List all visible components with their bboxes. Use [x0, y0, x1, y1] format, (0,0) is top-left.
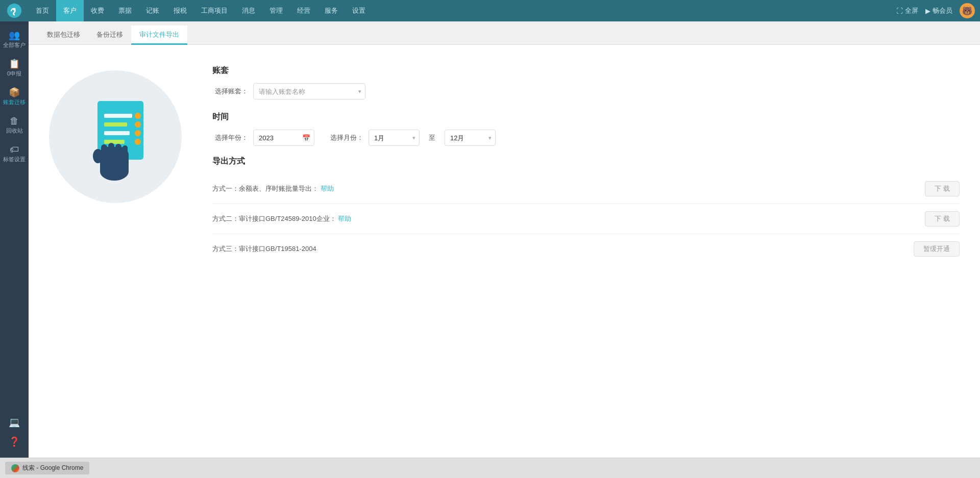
account-label: 选择账套：: [212, 87, 248, 96]
account-select-wrapper: 请输入账套名称 ▾: [253, 83, 365, 99]
nav-fee[interactable]: 收费: [84, 0, 111, 21]
sidebar-item-help[interactable]: ❓: [7, 432, 22, 451]
svg-rect-16: [115, 144, 121, 154]
export-section-title: 导出方式: [212, 156, 960, 167]
top-navigation: 首页 客户 收费 票据 记账 报税 工商项目 消息 管理 经营 服务 设置 ⛶ …: [0, 0, 980, 21]
nav-invoice[interactable]: 票据: [111, 0, 139, 21]
nav-settings[interactable]: 设置: [345, 0, 373, 21]
year-input[interactable]: [253, 130, 314, 146]
month-end-select[interactable]: 1月2月3月4月 5月6月7月8月 9月10月11月 12月: [445, 130, 496, 146]
time-row: 选择年份： 📅 选择月份： 1月2月3月4月 5月6月7月8月 9月10月11月…: [212, 130, 960, 146]
audit-illustration: [69, 86, 161, 188]
tab-bar: 数据包迁移 备份迁移 审计文件导出: [29, 21, 980, 45]
method-1-text: 方式一：余额表、序时账批量导出： 帮助: [212, 184, 334, 193]
method-2-help-link[interactable]: 帮助: [338, 215, 351, 222]
method-1-download-button[interactable]: 下 载: [925, 181, 960, 196]
nav-tax[interactable]: 报税: [166, 0, 194, 21]
sidebar-label-tags: 标签设置: [3, 156, 26, 163]
illustration-circle: [49, 70, 182, 203]
export-method-2: 方式二：审计接口GB/T24589-2010企业： 帮助 下 载: [212, 204, 960, 234]
method-2-text: 方式二：审计接口GB/T24589-2010企业： 帮助: [212, 214, 351, 223]
svg-point-1: [13, 8, 16, 11]
account-select[interactable]: 请输入账套名称: [253, 83, 365, 99]
month-start-wrapper: 1月2月3月4月 5月6月7月8月 9月10月11月12月 ▾: [369, 130, 420, 146]
time-separator: 至: [429, 133, 435, 142]
content-area: 数据包迁移 备份迁移 审计文件导出: [29, 21, 980, 458]
export-method-3: 方式三：审计接口GB/T19581-2004 暂缓开通: [212, 234, 960, 264]
nav-operation[interactable]: 经营: [290, 0, 317, 21]
chrome-icon: [11, 464, 19, 472]
svg-rect-3: [104, 114, 132, 118]
svg-rect-15: [108, 143, 114, 154]
tab-data-migrate[interactable]: 数据包迁移: [39, 26, 88, 45]
account-row: 选择账套： 请输入账套名称 ▾: [212, 83, 960, 99]
nav-home[interactable]: 首页: [29, 0, 56, 21]
migrate-icon: 📦: [9, 88, 20, 97]
svg-rect-6: [104, 140, 125, 144]
time-section-title: 时间: [212, 112, 960, 122]
all-clients-icon: 👥: [9, 31, 20, 40]
sidebar-label-all-clients: 全部客户: [3, 41, 26, 49]
svg-point-9: [135, 130, 141, 136]
fullscreen-button[interactable]: ⛶ 全屏: [896, 6, 918, 15]
sidebar-item-desktop[interactable]: 💻: [7, 413, 22, 432]
method-3-text: 方式三：审计接口GB/T19581-2004: [212, 244, 316, 254]
avatar[interactable]: 🐻: [960, 3, 975, 18]
tab-audit-export[interactable]: 审计文件导出: [131, 26, 187, 45]
tags-icon: 🏷: [10, 145, 19, 154]
sidebar-item-tags[interactable]: 🏷 标签设置: [0, 140, 29, 168]
month-end-wrapper: 1月2月3月4月 5月6月7月8月 9月10月11月 12月 ▾: [445, 130, 496, 146]
tab-backup-migrate[interactable]: 备份迁移: [88, 26, 131, 45]
sidebar-item-zero-declare[interactable]: 📋 0申报: [0, 54, 29, 83]
nav-message[interactable]: 消息: [235, 0, 262, 21]
svg-rect-5: [104, 131, 130, 135]
nav-right: ⛶ 全屏 ▶ 畅会员 🐻: [896, 3, 975, 18]
svg-rect-4: [104, 122, 127, 127]
account-section-title: 账套: [212, 65, 960, 76]
recycle-icon: 🗑: [10, 116, 19, 125]
main-layout: 👥 全部客户 📋 0申报 📦 账套迁移 🗑 回收站 🏷 标签设置 💻 ❓: [0, 21, 980, 458]
svg-point-10: [135, 139, 141, 145]
page-content: 账套 选择账套： 请输入账套名称 ▾ 时间 选择年份：: [29, 45, 980, 458]
help-icon: ❓: [9, 437, 20, 446]
taskbar-item-label: 线索 - Google Chrome: [22, 464, 83, 472]
app-logo[interactable]: [5, 2, 23, 20]
nav-manage[interactable]: 管理: [262, 0, 290, 21]
desktop-icon: 💻: [9, 418, 20, 427]
sidebar-label-migrate: 账套迁移: [3, 98, 26, 106]
svg-rect-17: [122, 145, 128, 155]
nav-client[interactable]: 客户: [56, 0, 84, 21]
month-start-select[interactable]: 1月2月3月4月 5月6月7月8月 9月10月11月12月: [369, 130, 420, 146]
nav-accounting[interactable]: 记账: [139, 0, 166, 21]
svg-point-0: [7, 4, 21, 18]
zero-declare-icon: 📋: [9, 59, 20, 68]
sidebar-label-zero-declare: 0申报: [7, 70, 21, 78]
svg-rect-14: [101, 144, 107, 156]
svg-point-8: [135, 121, 141, 128]
export-method-1: 方式一：余额表、序时账批量导出： 帮助 下 载: [212, 174, 960, 204]
fullscreen-icon: ⛶: [896, 7, 903, 15]
form-area: 账套 选择账套： 请输入账套名称 ▾ 时间 选择年份：: [212, 60, 960, 442]
sidebar-item-migrate[interactable]: 📦 账套迁移: [0, 83, 29, 111]
method-2-download-button[interactable]: 下 载: [925, 211, 960, 227]
year-input-wrapper: 📅: [253, 130, 314, 146]
nav-service[interactable]: 服务: [317, 0, 345, 21]
member-icon: ▶: [925, 7, 930, 15]
export-section: 导出方式 方式一：余额表、序时账批量导出： 帮助 下 载 方式二：审计接口GB/…: [212, 156, 960, 264]
sidebar-label-recycle: 回收站: [6, 127, 23, 135]
sidebar-item-recycle[interactable]: 🗑 回收站: [0, 111, 29, 140]
illustration-area: [49, 60, 182, 442]
svg-point-7: [135, 113, 141, 119]
nav-items: 首页 客户 收费 票据 记账 报税 工商项目 消息 管理 经营 服务 设置: [29, 0, 896, 21]
year-label: 选择年份：: [212, 133, 248, 142]
method-3-open-button[interactable]: 暂缓开通: [914, 241, 960, 257]
method-1-help-link[interactable]: 帮助: [321, 185, 334, 192]
member-button[interactable]: ▶ 畅会员: [925, 6, 952, 15]
taskbar-chrome-item[interactable]: 线索 - Google Chrome: [5, 462, 89, 474]
sidebar: 👥 全部客户 📋 0申报 📦 账套迁移 🗑 回收站 🏷 标签设置 💻 ❓: [0, 21, 29, 458]
month-label: 选择月份：: [328, 133, 363, 142]
nav-business[interactable]: 工商项目: [194, 0, 235, 21]
sidebar-item-all-clients[interactable]: 👥 全部客户: [0, 26, 29, 54]
sidebar-bottom: 💻 ❓: [7, 413, 22, 458]
taskbar: 线索 - Google Chrome: [0, 458, 980, 478]
